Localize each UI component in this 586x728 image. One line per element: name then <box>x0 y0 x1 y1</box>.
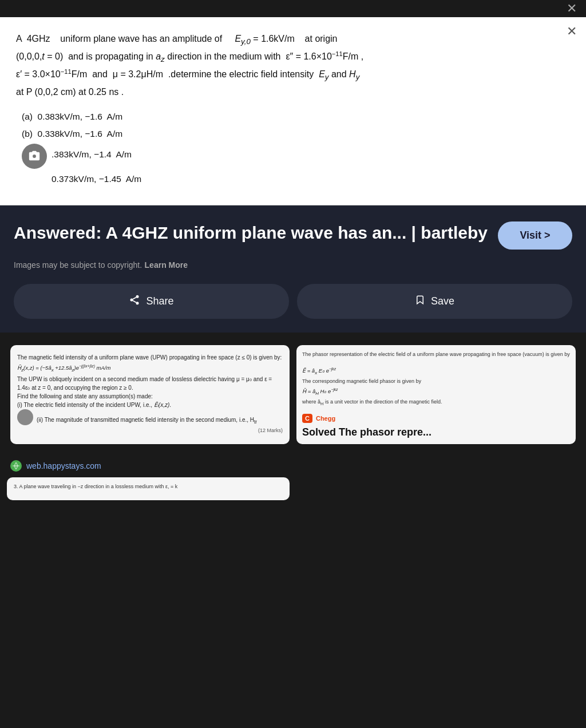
website-link[interactable]: web.happystays.com <box>0 457 586 477</box>
result-right-formulas: Ẽ = âx E₀ e−jkz The corresponding magnet… <box>296 362 576 410</box>
share-label: Share <box>146 295 173 307</box>
result-formula-H: H̃ = âH H₀ e−jkz <box>302 387 570 396</box>
question-line3: ε′ = 3.0×10−11F/m and μ = 3.2μH/m .deter… <box>16 69 359 79</box>
results-grid: The magnetic field intensity of a unifor… <box>0 333 586 457</box>
answer-card: Answered: A 4GHZ uniform plane wave has … <box>0 205 586 333</box>
question-line4: at P (0,0,2 cm) at 0.25 ns . <box>16 87 124 97</box>
copyright-notice: Images may be subject to copyright. Lear… <box>14 260 572 270</box>
chegg-icon: C <box>302 414 312 423</box>
result-right-intro: The phasor representation of the electri… <box>302 351 570 359</box>
answer-header: Answered: A 4GHZ uniform plane wave has … <box>14 221 572 250</box>
options-list: (a) 0.383kV/m, −1.6 A/m (b) 0.338kV/m, −… <box>16 110 570 185</box>
answer-title: Answered: A 4GHZ uniform plane wave has … <box>14 221 489 244</box>
bottom-partial: 3. A plane wave traveling in −z directio… <box>0 477 586 506</box>
result-card-left-text4: (i) The electric field intensity of the … <box>17 401 283 409</box>
result-right-text3: where âH is a unit vector in the directi… <box>302 398 570 407</box>
option-a: (a) 0.383kV/m, −1.6 A/m <box>22 110 570 123</box>
save-button[interactable]: Save <box>297 284 572 319</box>
svg-line-4 <box>133 298 137 299</box>
website-icon <box>10 460 22 472</box>
copyright-text: Images may be subject to copyright. <box>14 260 142 270</box>
bottom-card-left[interactable]: 3. A plane wave traveling in −z directio… <box>7 477 290 500</box>
result-card-left-text3: Find the following and state any assumpt… <box>17 392 283 401</box>
result-marks: (12 Marks) <box>17 428 283 433</box>
option-d: 0.373kV/m, −1.45 A/m <box>22 172 570 185</box>
result-formula-1: H̃z(x,z) = (−5âx +12.5âz)e−j(βx+βz) mA/m <box>17 364 283 373</box>
bottom-card-right-placeholder <box>296 477 579 500</box>
option-b: (b) 0.338kV/m, −1.6 A/m <box>22 127 570 140</box>
share-icon <box>129 294 140 308</box>
save-icon <box>415 294 425 308</box>
close-button[interactable]: ✕ <box>567 1 577 16</box>
save-label: Save <box>431 295 454 307</box>
question-text: A 4GHz uniform plane wave has an amplitu… <box>16 31 570 100</box>
question-line1: A 4GHz uniform plane wave has an amplitu… <box>16 34 338 43</box>
result-card-left[interactable]: The magnetic field intensity of a unifor… <box>10 345 290 444</box>
avatar-icon-left <box>17 409 33 425</box>
svg-point-2 <box>136 302 139 304</box>
svg-point-1 <box>130 299 133 302</box>
chegg-badge: C Chegg <box>296 409 576 425</box>
result-right-text2: The corresponding magnetic field phasor … <box>302 378 570 386</box>
bottom-card-left-text: 3. A plane wave traveling in −z directio… <box>14 484 177 489</box>
svg-line-3 <box>133 300 137 302</box>
result-card-left-text2: The UPW is obliquely incident on a secon… <box>17 375 283 392</box>
share-button[interactable]: Share <box>14 284 289 319</box>
website-url: web.happystays.com <box>26 461 101 470</box>
result-card-left-text: The magnetic field intensity of a unifor… <box>17 353 283 362</box>
learn-more-link[interactable]: Learn More <box>145 260 188 270</box>
svg-point-0 <box>136 295 139 298</box>
result-card-right-top: The phasor representation of the electri… <box>296 345 576 362</box>
chegg-solved-text: Solved The phasor repre... <box>296 425 576 444</box>
question-line2: (0,0,0,t = 0) and is propagating in az d… <box>16 52 363 61</box>
chegg-label: Chegg <box>316 415 335 422</box>
camera-icon <box>22 144 47 169</box>
close-icon[interactable]: ✕ <box>567 24 577 39</box>
visit-button[interactable]: Visit > <box>498 221 572 250</box>
result-formula-E: Ẽ = âx E₀ e−jkz <box>302 367 570 375</box>
action-buttons: Share Save <box>14 284 572 319</box>
result-card-right[interactable]: The phasor representation of the electri… <box>296 345 576 444</box>
option-c: .383kV/m, −1.4 A/m <box>52 148 132 161</box>
question-card: ✕ A 4GHz uniform plane wave has an ampli… <box>0 17 586 205</box>
result-card-left-text5: (ii) The magnitude of transmitted magnet… <box>37 416 257 425</box>
